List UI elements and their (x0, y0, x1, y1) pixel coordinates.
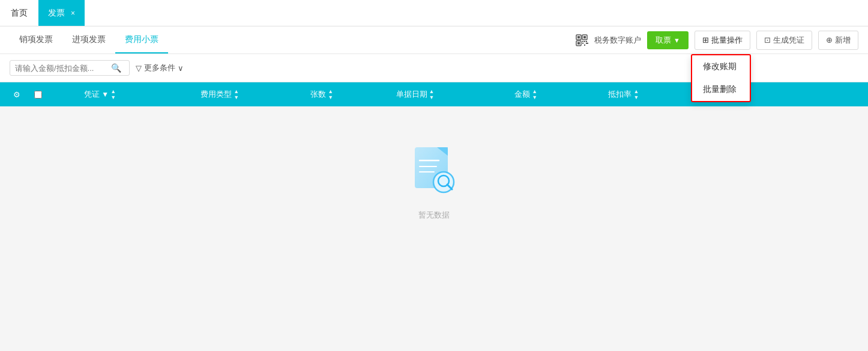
svg-rect-6 (582, 41, 583, 42)
empty-illustration (404, 142, 464, 203)
new-button[interactable]: ⊕ 新增 (818, 31, 858, 50)
svg-rect-11 (586, 43, 588, 44)
search-wrap: 🔍 (10, 60, 130, 76)
dropdown-item-modify-period[interactable]: 修改账期 (692, 55, 750, 78)
filter-icon: ▽ (136, 64, 142, 73)
tax-digital-account-label[interactable]: 税务数字账户 (594, 35, 641, 46)
more-conditions-button[interactable]: ▽ 更多条件 ∨ (136, 63, 184, 73)
qr-icon (575, 34, 588, 47)
sub-nav-actions: 税务数字账户 取票 ▼ ⊞ 批量操作 ⊡ 生成凭证 ⊕ 新增 (575, 31, 858, 50)
th-deduct-rate-label: 抵扣率 (608, 89, 631, 100)
th-checkbox[interactable] (29, 91, 47, 99)
qr-code-button[interactable] (575, 34, 588, 47)
tab-sales-invoice[interactable]: 销项发票 (10, 26, 62, 53)
batch-operation-dropdown: 修改账期 批量删除 (691, 54, 751, 102)
th-settings[interactable]: ⚙ (5, 90, 29, 99)
dropdown-item-batch-delete[interactable]: 批量删除 (692, 78, 750, 101)
th-expense-type[interactable]: 费用类型 ▲▼ (153, 89, 286, 100)
sub-nav-tabs: 销项发票 进项发票 费用小票 (10, 26, 168, 53)
svg-rect-8 (586, 41, 587, 42)
th-voucher-sort[interactable]: ▲▼ (110, 89, 116, 100)
th-amount-label: 金额 (514, 89, 530, 100)
th-voucher-label: 凭证 (84, 89, 100, 100)
gear-icon: ⚙ (13, 90, 20, 99)
voucher-icon: ⊡ (764, 35, 771, 44)
home-tab[interactable]: 首页 (0, 0, 38, 26)
th-count-sort[interactable]: ▲▼ (328, 89, 333, 100)
th-count-label: 张数 (310, 89, 326, 100)
tab-purchase-invoice[interactable]: 进项发票 (62, 26, 115, 53)
invoice-tab[interactable]: 发票 × (38, 0, 85, 26)
batch-operation-button[interactable]: ⊞ 批量操作 (695, 31, 750, 50)
th-count[interactable]: 张数 ▲▼ (286, 89, 357, 100)
select-all-checkbox[interactable] (34, 91, 42, 99)
search-input[interactable] (15, 64, 111, 73)
gen-voucher-button[interactable]: ⊡ 生成凭证 (756, 31, 812, 50)
svg-rect-10 (584, 44, 585, 46)
tab-expense-receipt[interactable]: 费用小票 (115, 26, 168, 53)
th-voucher-filter-icon: ▼ (101, 90, 109, 99)
th-date-sort[interactable]: ▲▼ (429, 89, 435, 100)
plus-icon: ⊕ (826, 35, 833, 44)
th-voucher[interactable]: 凭证 ▼ ▲▼ (47, 89, 153, 100)
th-date-label: 单据日期 (396, 89, 427, 100)
top-nav: 首页 发票 × (0, 0, 868, 26)
sub-nav: 销项发票 进项发票 费用小票 (0, 26, 868, 54)
chevron-down-icon: ▼ (674, 37, 680, 44)
more-conditions-chevron-icon: ∨ (178, 64, 184, 73)
svg-rect-3 (583, 36, 586, 38)
th-deduct-rate[interactable]: 抵扣率 ▲▼ (579, 89, 668, 100)
th-deduct-rate-sort[interactable]: ▲▼ (633, 89, 639, 100)
take-ticket-button[interactable]: 取票 ▼ (647, 31, 689, 49)
svg-rect-5 (577, 42, 580, 44)
invoice-tab-close[interactable]: × (71, 9, 75, 17)
th-expense-sort[interactable]: ▲▼ (234, 89, 239, 100)
th-amount-sort[interactable]: ▲▼ (532, 89, 537, 100)
search-icon[interactable]: 🔍 (111, 63, 121, 73)
svg-rect-7 (584, 41, 585, 42)
empty-state: 暂无数据 (0, 106, 868, 245)
invoice-tab-label: 发票 (48, 8, 65, 19)
svg-rect-1 (577, 36, 580, 38)
batch-icon: ⊞ (702, 35, 709, 44)
svg-rect-9 (582, 43, 583, 44)
th-amount[interactable]: 金额 ▲▼ (473, 89, 579, 100)
th-expense-label: 费用类型 (200, 89, 232, 100)
th-date[interactable]: 单据日期 ▲▼ (357, 89, 472, 100)
empty-state-text: 暂无数据 (418, 210, 450, 221)
